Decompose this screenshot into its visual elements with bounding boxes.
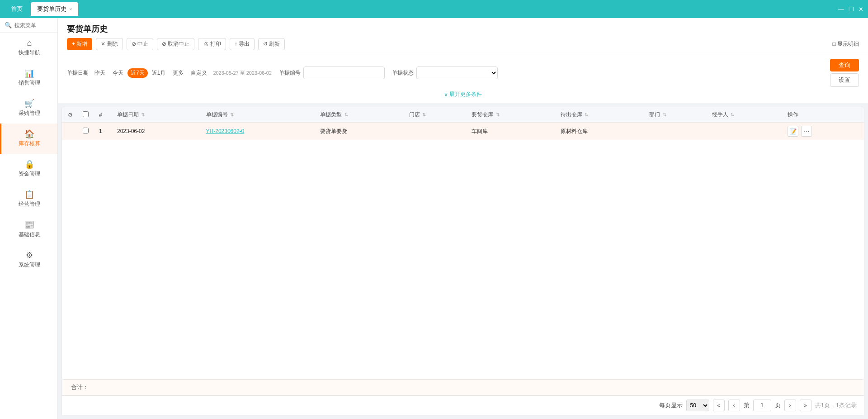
toolbar: + 新增 ✕ 删除 ⊘ 中止 ⊘ 取消中止 🖨 打印 ↑ 导出 ↺ 刷新 □ 显… [67, 38, 859, 50]
th-doc-type[interactable]: 单据类型 ⇅ [316, 107, 404, 123]
date-btn-today[interactable]: 今天 [109, 68, 127, 78]
row-checkbox[interactable] [83, 128, 89, 133]
th-store[interactable]: 门店 ⇅ [405, 107, 467, 123]
sort-icon-dept: ⇅ [663, 112, 666, 117]
filter-status-select[interactable] [416, 67, 498, 79]
chevron-down-icon: ∨ [444, 91, 448, 98]
sidebar-item-operation[interactable]: 📋 经营管理 [0, 184, 57, 214]
search-icon: 🔍 [5, 22, 12, 29]
search-menu-bar[interactable]: 🔍 [0, 18, 57, 33]
date-btn-more[interactable]: 更多 [170, 68, 187, 78]
td-doc-type: 要货单要货 [316, 123, 404, 140]
delete-button[interactable]: ✕ 删除 [96, 38, 123, 50]
query-button[interactable]: 查询 [830, 59, 859, 71]
th-doc-date[interactable]: 单据日期 ⇅ [113, 107, 202, 123]
sidebar-item-sales[interactable]: 📊 销售管理 [0, 63, 57, 93]
sort-icon-store: ⇅ [422, 112, 426, 117]
refresh-button[interactable]: ↺ 刷新 [258, 38, 285, 50]
current-page-input[interactable] [753, 400, 771, 411]
td-store [405, 123, 467, 140]
sidebar-item-label: 库存核算 [19, 140, 40, 148]
th-pending-warehouse[interactable]: 待出仓库 ⇅ [556, 107, 645, 123]
filter-status-group: 单据状态 [392, 67, 498, 79]
filter-date-group: 单据日期 昨天 今天 近7天 近1月 更多 自定义 2023-05-27 至 2… [67, 68, 272, 78]
tab-yh-history[interactable]: 要货单历史 × [31, 2, 78, 16]
finance-icon: 🔒 [24, 160, 34, 168]
settings-button[interactable]: 设置 [830, 73, 859, 87]
date-btn-7days[interactable]: 近7天 [127, 68, 148, 78]
pagination-bar: 每页显示 50 10 20 100 « ‹ 第 页 › » 共1页，1条记录 [61, 395, 864, 415]
page-suffix-label: 页 [775, 401, 781, 409]
sidebar-item-basic[interactable]: 📰 基础信息 [0, 214, 57, 245]
sidebar-item-finance[interactable]: 🔒 资金管理 [0, 154, 57, 184]
cancel-stop-button[interactable]: ⊘ 取消中止 [157, 38, 194, 50]
tab-home-label: 首页 [11, 5, 23, 13]
close-button[interactable]: ✕ [859, 6, 863, 13]
date-btn-custom[interactable]: 自定义 [188, 68, 210, 78]
table-footer: 合计： [61, 380, 864, 395]
filter-status-label: 单据状态 [392, 69, 414, 77]
th-handler[interactable]: 经手人 ⇅ [708, 107, 783, 123]
expand-filter-label: 展开更多条件 [449, 90, 482, 98]
doc-no-link[interactable]: YH-20230602-0 [206, 128, 245, 134]
filter-date-label: 单据日期 [67, 69, 89, 77]
stop-button[interactable]: ⊘ 中止 [127, 38, 153, 50]
show-detail-label: □ 显示明细 [832, 40, 859, 48]
home-icon: ⌂ [27, 39, 32, 47]
print-button[interactable]: 🖨 打印 [198, 38, 226, 50]
pagination-info: 共1页，1条记录 [815, 401, 857, 409]
date-btn-1month[interactable]: 近1月 [149, 68, 169, 78]
sidebar-item-label: 基础信息 [19, 231, 40, 238]
sort-icon-reqwh: ⇅ [496, 112, 500, 117]
show-detail-button[interactable]: □ 显示明细 [832, 40, 859, 48]
restore-button[interactable]: ❐ [849, 6, 854, 13]
inventory-icon: 🏠 [24, 130, 34, 138]
prev-page-button[interactable]: ‹ [728, 400, 740, 411]
select-all-checkbox[interactable] [83, 111, 89, 117]
export-button[interactable]: ↑ 导出 [230, 38, 255, 50]
th-checkbox[interactable] [78, 107, 94, 123]
th-req-warehouse[interactable]: 要货仓库 ⇅ [467, 107, 556, 123]
next-page-button[interactable]: › [784, 400, 796, 411]
basic-icon: 📰 [24, 221, 34, 229]
table-row: 1 2023-06-02 YH-20230602-0 要货单要货 车间库 原材料… [62, 123, 864, 140]
sidebar-item-home[interactable]: ⌂ 快捷导航 [0, 33, 57, 63]
sales-icon: 📊 [24, 69, 34, 77]
main-layout: 🔍 ⌂ 快捷导航 📊 销售管理 🛒 采购管理 🏠 库存核算 🔒 资金管理 📋 经… [0, 18, 868, 419]
top-bar: 首页 要货单历史 × — ❐ ✕ [0, 0, 868, 18]
first-page-button[interactable]: « [713, 400, 725, 411]
per-page-select[interactable]: 50 10 20 100 [686, 400, 709, 411]
sort-icon-date: ⇅ [141, 112, 145, 117]
sidebar-item-inventory[interactable]: 🏠 库存核算 [0, 124, 57, 154]
td-pending-warehouse: 原材料仓库 [556, 123, 645, 140]
operation-icon: 📋 [24, 190, 34, 199]
filter-date-buttons: 昨天 今天 近7天 近1月 更多 自定义 [91, 68, 210, 78]
td-req-warehouse: 车间库 [467, 123, 556, 140]
purchase-icon: 🛒 [24, 100, 34, 108]
system-icon: ⚙ [26, 251, 33, 259]
more-icon[interactable]: ⋯ [801, 126, 812, 137]
filter-date-range: 2023-05-27 至 2023-06-02 [213, 70, 272, 76]
td-department [645, 123, 707, 140]
page-title: 要货单历史 [67, 24, 859, 34]
sidebar-item-purchase[interactable]: 🛒 采购管理 [0, 93, 57, 124]
th-settings[interactable]: ⚙ [62, 107, 78, 123]
sidebar-item-label: 采购管理 [19, 110, 40, 117]
filter-docno-group: 单据编号 [279, 67, 385, 79]
tab-home[interactable]: 首页 [5, 2, 29, 16]
filter-docno-input[interactable] [303, 67, 385, 79]
date-btn-yesterday[interactable]: 昨天 [91, 68, 108, 78]
last-page-button[interactable]: » [800, 400, 811, 411]
expand-filter-button[interactable]: ∨ 展开更多条件 [444, 90, 482, 98]
th-doc-no[interactable]: 单据编号 ⇅ [202, 107, 316, 123]
td-checkbox[interactable] [78, 123, 94, 140]
new-button[interactable]: + 新增 [67, 38, 92, 50]
th-department[interactable]: 部门 ⇅ [645, 107, 707, 123]
window-controls: — ❐ ✕ [838, 6, 863, 13]
td-doc-no[interactable]: YH-20230602-0 [202, 123, 316, 140]
edit-icon[interactable]: 📝 [788, 126, 798, 137]
minimize-button[interactable]: — [838, 6, 844, 13]
sort-icon-doctype: ⇅ [344, 112, 348, 117]
sidebar-item-system[interactable]: ⚙ 系统管理 [0, 245, 57, 275]
close-tab-icon[interactable]: × [69, 6, 72, 12]
